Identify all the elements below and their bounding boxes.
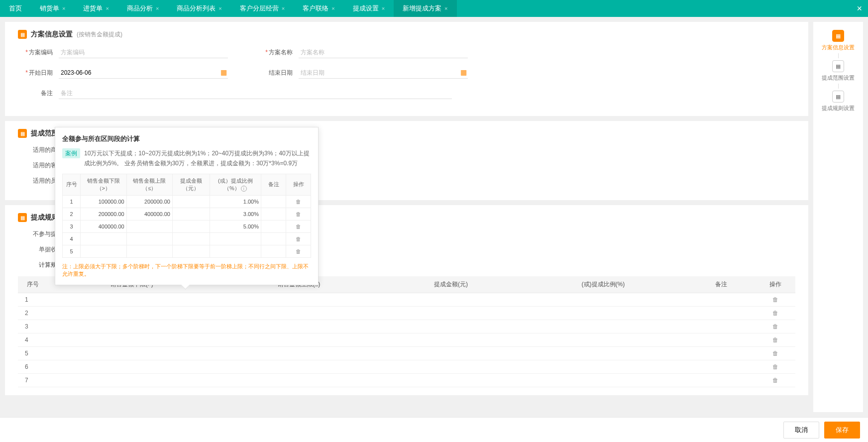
close-icon[interactable]: ×	[382, 5, 385, 11]
panel-icon: ▦	[18, 213, 27, 222]
table-row[interactable]: 5🗑	[18, 347, 795, 360]
delete-icon[interactable]: 🗑	[772, 363, 778, 370]
table-row[interactable]: 2🗑	[18, 307, 795, 320]
delete-icon[interactable]: 🗑	[772, 350, 778, 357]
delete-icon[interactable]: 🗑	[296, 223, 301, 229]
form-icon: ▦	[832, 91, 844, 103]
info-icon: i	[241, 186, 247, 192]
remark-input[interactable]	[59, 88, 452, 99]
close-icon[interactable]: ×	[331, 5, 334, 11]
remark-label: 备注	[18, 89, 53, 98]
tab[interactable]: 销货单×	[31, 0, 74, 17]
end-date-input[interactable]	[299, 67, 468, 79]
side-step-scope[interactable]: ▦ 提成范围设置	[822, 60, 855, 82]
tab[interactable]: 进货单×	[74, 0, 117, 17]
delete-icon[interactable]: 🗑	[296, 211, 301, 217]
close-icon[interactable]: ×	[218, 5, 221, 11]
form-icon: ▦	[832, 60, 844, 72]
tab[interactable]: 商品分析列表×	[168, 0, 230, 17]
table-row: 3400000.005.00%🗑	[63, 220, 311, 232]
table-row[interactable]: 3🗑	[18, 320, 795, 333]
delete-icon[interactable]: 🗑	[296, 199, 301, 205]
delete-icon[interactable]: 🗑	[296, 236, 301, 242]
tab[interactable]: 客户分层经营×	[231, 0, 294, 17]
grid-header: (或)提成比例(%)	[520, 276, 686, 293]
tooltip-title: 全额参与所在区间段的计算	[62, 134, 311, 143]
tooltip-example-table: 序号 销售金额下限（>） 销售金额上限（≤） 提成金额（元） (或）提成比例（%…	[62, 174, 311, 258]
table-row[interactable]: 1🗑	[18, 293, 795, 307]
delete-icon[interactable]: 🗑	[296, 248, 301, 254]
close-icon[interactable]: ×	[106, 5, 108, 11]
close-all-tabs-button[interactable]: ×	[857, 3, 862, 14]
calendar-icon[interactable]: ▦	[460, 68, 467, 76]
tab-bar: 首页销货单×进货单×商品分析×商品分析列表×客户分层经营×客户联络×提成设置×新…	[0, 0, 868, 17]
table-row: 4🗑	[63, 232, 311, 245]
example-tag: 案例	[62, 148, 80, 158]
delete-icon[interactable]: 🗑	[772, 310, 778, 317]
commission-tiers-table: 序号 销售金额下限(>) 销售金额上限(≤) 提成金额(元) (或)提成比例(%…	[18, 276, 795, 387]
delete-icon[interactable]: 🗑	[772, 296, 778, 303]
table-row[interactable]: 4🗑	[18, 333, 795, 347]
delete-icon[interactable]: 🗑	[772, 336, 778, 343]
plan-code-input[interactable]	[59, 47, 228, 58]
close-icon[interactable]: ×	[282, 5, 285, 11]
delete-icon[interactable]: 🗑	[772, 377, 778, 384]
grid-header: 序号	[18, 276, 48, 293]
side-step-nav: ▦ 方案信息设置 ▦ 提成范围设置 ▦ 提成规则设置	[813, 22, 863, 412]
plan-name-input[interactable]	[299, 47, 468, 58]
calc-rule-tooltip: 全额参与所在区间段的计算 案例 10万元以下无提成；10~20万元提成比例为1%…	[55, 127, 319, 285]
table-row: 5🗑	[63, 245, 311, 257]
plan-name-label: *方案名称	[258, 48, 293, 57]
table-row[interactable]: 6🗑	[18, 360, 795, 374]
tab[interactable]: 首页	[0, 0, 31, 17]
table-row: 2200000.00400000.003.00%🗑	[63, 208, 311, 220]
start-date-label: *开始日期	[18, 69, 53, 77]
calendar-icon[interactable]: ▦	[220, 68, 227, 76]
grid-header: 备注	[687, 276, 756, 293]
example-text: 10万元以下无提成；10~20万元提成比例为1%；20~40万提成比例为3%；4…	[84, 148, 311, 169]
side-step-info[interactable]: ▦ 方案信息设置	[822, 30, 855, 51]
panel-icon: ▦	[18, 129, 27, 138]
delete-icon[interactable]: 🗑	[772, 323, 778, 330]
panel-icon: ▦	[18, 30, 27, 39]
table-row[interactable]: 7🗑	[18, 374, 795, 387]
close-icon[interactable]: ×	[444, 5, 447, 11]
tab[interactable]: 新增提成方案×	[394, 0, 456, 17]
grid-header: 操作	[756, 276, 795, 293]
close-icon[interactable]: ×	[156, 5, 159, 11]
tab[interactable]: 商品分析×	[118, 0, 168, 17]
close-icon[interactable]: ×	[62, 5, 65, 11]
tooltip-note: 注：上限必须大于下限；多个阶梯时，下一个阶梯下限要等于前一阶梯上限；不同行之间下…	[62, 263, 311, 278]
plan-code-label: *方案编码	[18, 48, 53, 57]
grid-header: 提成金额(元)	[382, 276, 520, 293]
form-icon: ▦	[832, 30, 844, 42]
tab[interactable]: 提成设置×	[344, 0, 394, 17]
end-date-label: 结束日期	[258, 69, 293, 77]
table-row: 1100000.00200000.001.00%🗑	[63, 195, 311, 208]
tab[interactable]: 客户联络×	[294, 0, 343, 17]
panel-title: 方案信息设置	[31, 30, 73, 39]
side-step-rules[interactable]: ▦ 提成规则设置	[822, 91, 855, 112]
panel-subtitle: (按销售金额提成)	[77, 30, 122, 39]
start-date-input[interactable]	[59, 67, 228, 79]
plan-info-panel: ▦ 方案信息设置 (按销售金额提成) *方案编码 *方案名称 *开始日期	[5, 22, 808, 116]
